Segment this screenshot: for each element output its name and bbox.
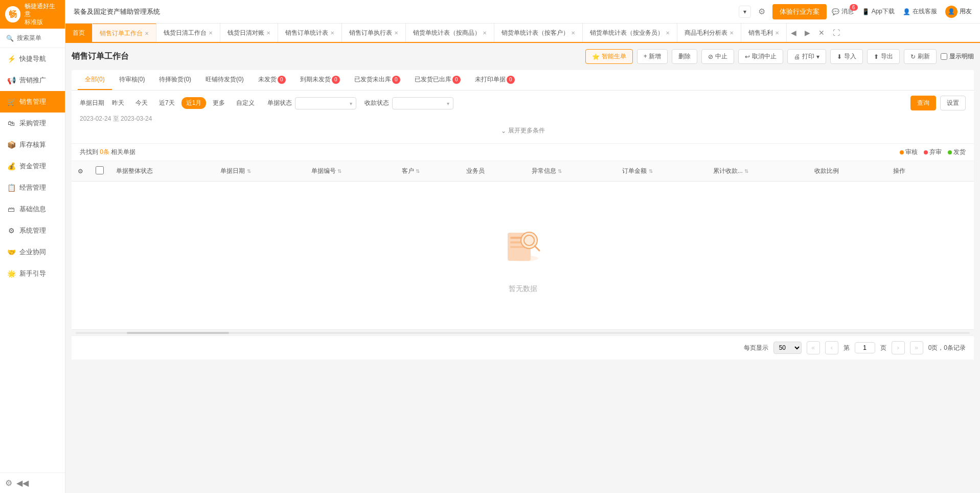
- show-detail-checkbox[interactable]: [941, 53, 947, 60]
- subtab-shipped-not-in[interactable]: 已发货未出库0: [347, 70, 407, 90]
- filter-btn-yesterday[interactable]: 昨天: [107, 97, 129, 109]
- tab-sales-workbench[interactable]: 销售订单工作台 ✕: [93, 24, 156, 42]
- sidebar-search[interactable]: 🔍 搜索菜单: [0, 29, 65, 48]
- sidebar-item-base[interactable]: 🗃 基础信息: [0, 198, 65, 220]
- tab-cash-reconcile[interactable]: 钱货日清对账 ✕: [220, 24, 278, 42]
- tab-close-sales-exec[interactable]: ✕: [394, 30, 398, 36]
- trial-button[interactable]: 体验行业方案: [772, 4, 827, 19]
- page-size-select[interactable]: 50 10 20 100: [773, 342, 802, 354]
- sort-number-icon[interactable]: ⇅: [337, 168, 341, 174]
- subtab-all[interactable]: 全部(0): [78, 70, 112, 90]
- review-action-btn[interactable]: 审核: [900, 148, 918, 156]
- show-detail-label[interactable]: 显示明细: [941, 52, 974, 61]
- scrollbar-thumb[interactable]: [127, 332, 229, 334]
- sort-amount-icon[interactable]: ⇅: [649, 168, 653, 174]
- tab-fullscreen[interactable]: ⛶: [829, 24, 844, 42]
- sidebar-item-inventory[interactable]: 📦 库存核算: [0, 134, 65, 155]
- tab-home[interactable]: 首页: [65, 24, 93, 42]
- import-button[interactable]: ⬇ 导入: [830, 49, 863, 64]
- sort-date-icon[interactable]: ⇅: [247, 168, 251, 174]
- page-number-input[interactable]: [855, 342, 875, 353]
- sidebar-item-system[interactable]: ⚙ 系统管理: [0, 220, 65, 241]
- tab-sales-stats[interactable]: 销售订单统计表 ✕: [278, 24, 342, 42]
- app-download-btn[interactable]: 📱 App下载: [862, 7, 895, 16]
- subtab-pending-review[interactable]: 待审核(0): [112, 70, 152, 90]
- filter-row-2: 2023-02-24 至 2023-03-24: [80, 114, 966, 123]
- tab-close-goods-margin[interactable]: ✕: [730, 30, 734, 36]
- filter-date-item: 单据日期 昨天 今天 近7天 近1月 更多 自定义: [80, 97, 259, 109]
- filter-btn-1month[interactable]: 近1月: [181, 97, 207, 109]
- settings-icon[interactable]: ⚙: [5, 478, 12, 488]
- page-last-btn[interactable]: »: [910, 341, 923, 354]
- subtab-pending-inspect[interactable]: 待择验货(0): [152, 70, 198, 90]
- tab-close-cash-daily[interactable]: ✕: [209, 30, 213, 36]
- sidebar-item-sales[interactable]: 🛒 销售管理: [0, 91, 65, 113]
- tab-close-sales-workbench[interactable]: ✕: [145, 31, 149, 36]
- page-next-btn[interactable]: ›: [892, 341, 905, 354]
- sort-received-icon[interactable]: ⇅: [744, 168, 748, 174]
- ship-action-btn[interactable]: 发货: [948, 148, 966, 156]
- filter-payment-select[interactable]: [392, 97, 453, 109]
- tab-sales-single-staff[interactable]: 销货单统计表（按业务员） ✕: [583, 24, 677, 42]
- sidebar-item-newbie[interactable]: 🌟 新手引导: [0, 263, 65, 284]
- refresh-button[interactable]: ↻ 刷新: [904, 49, 937, 64]
- filter-btn-more[interactable]: 更多: [208, 97, 230, 109]
- query-button[interactable]: 查询: [910, 96, 936, 110]
- tab-close-all[interactable]: ✕: [814, 24, 829, 42]
- col-settings[interactable]: ⚙: [72, 161, 89, 182]
- sort-customer-icon[interactable]: ⇅: [416, 168, 420, 174]
- tab-close-single-staff[interactable]: ✕: [666, 30, 670, 36]
- sort-exception-icon[interactable]: ⇅: [558, 168, 562, 174]
- sidebar-item-capital[interactable]: 💰 资金管理: [0, 155, 65, 177]
- sidebar-item-enterprise[interactable]: 🤝 企业协同: [0, 241, 65, 263]
- tab-sales-exec[interactable]: 销售订单执行表 ✕: [342, 24, 406, 42]
- tab-sales-profit[interactable]: 销售毛利 ✕: [741, 24, 787, 42]
- subtab-shipped-out[interactable]: 已发货已出库0: [407, 70, 468, 90]
- user-btn[interactable]: 👤 用友: [945, 6, 972, 18]
- tab-close-single-product[interactable]: ✕: [483, 30, 487, 36]
- smart-create-button[interactable]: ⭐ 智能生单: [585, 49, 633, 64]
- filter-btn-custom[interactable]: 自定义: [232, 97, 259, 109]
- tab-close-single-customer[interactable]: ✕: [571, 30, 575, 36]
- filter-payment-item: 收款状态: [364, 97, 453, 109]
- subtab-not-printed[interactable]: 未打印单据0: [468, 70, 522, 90]
- sidebar-item-quick-nav[interactable]: ⚡ 快捷导航: [0, 48, 65, 70]
- cancel-review-action-btn[interactable]: 弃审: [924, 148, 942, 156]
- system-dropdown[interactable]: ▾: [739, 6, 751, 18]
- online-service-btn[interactable]: 👤 在线客服: [903, 7, 937, 16]
- page-first-btn[interactable]: «: [807, 341, 820, 354]
- subtab-wangpu-pending[interactable]: 旺铺待发货(0): [198, 70, 251, 90]
- tab-sales-single-product[interactable]: 销货单统计表（按商品） ✕: [406, 24, 494, 42]
- collapse-icon[interactable]: ◀◀: [16, 478, 29, 488]
- tab-close-cash-reconcile[interactable]: ✕: [266, 30, 270, 36]
- tab-nav-prev[interactable]: ◀: [787, 24, 801, 42]
- delete-button[interactable]: 删除: [672, 49, 697, 64]
- subtab-not-shipped[interactable]: 未发货0: [251, 70, 293, 90]
- filter-btn-7days[interactable]: 近7天: [154, 97, 179, 109]
- page-prev-btn[interactable]: ‹: [825, 341, 838, 354]
- tab-close-sales-stats[interactable]: ✕: [330, 30, 334, 36]
- tab-goods-margin[interactable]: 商品毛利分析表 ✕: [677, 24, 741, 42]
- print-button[interactable]: 🖨 打印 ▾: [787, 49, 826, 64]
- tab-cash-daily[interactable]: 钱货日清工作台 ✕: [156, 24, 220, 42]
- message-btn[interactable]: 💬 消息 6: [832, 7, 854, 16]
- cancel-stop-button[interactable]: ↩ 取消中止: [738, 49, 783, 64]
- system-icon: ⚙: [7, 227, 15, 235]
- stop-button[interactable]: ⊘ 中止: [701, 49, 734, 64]
- add-button[interactable]: + 新增: [637, 49, 668, 64]
- expand-more-btn[interactable]: ⌄ 展开更多条件: [80, 123, 966, 138]
- tab-nav-next[interactable]: ▶: [801, 24, 814, 42]
- horizontal-scrollbar[interactable]: [72, 329, 974, 335]
- subtab-expired-not-shipped[interactable]: 到期未发货0: [293, 70, 347, 90]
- sidebar-item-purchase[interactable]: 🛍 采购管理: [0, 113, 65, 134]
- topbar-settings-icon[interactable]: ⚙: [756, 5, 767, 18]
- settings-button[interactable]: 设置: [940, 96, 966, 110]
- tab-close-sales-profit[interactable]: ✕: [775, 30, 779, 36]
- sidebar-item-marketing[interactable]: 📢 营销推广: [0, 70, 65, 91]
- filter-btn-today[interactable]: 今天: [131, 97, 152, 109]
- select-all-checkbox[interactable]: [96, 166, 104, 174]
- filter-status-select[interactable]: [295, 97, 356, 109]
- export-button[interactable]: ⬆ 导出: [867, 49, 900, 64]
- sidebar-item-operations[interactable]: 📋 经营管理: [0, 177, 65, 198]
- tab-sales-single-customer[interactable]: 销货单统计表（按客户） ✕: [494, 24, 583, 42]
